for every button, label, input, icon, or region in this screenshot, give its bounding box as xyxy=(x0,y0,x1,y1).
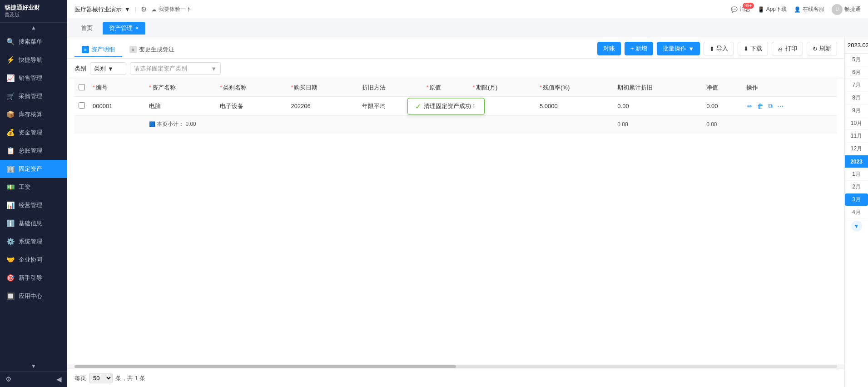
batch-ops-button[interactable]: 批量操作 ▼ xyxy=(657,42,700,55)
appcenter-icon: 🔲 xyxy=(6,292,15,300)
cell-actions: ✏ 🗑 ⧉ ⋯ xyxy=(743,97,837,116)
month-1[interactable]: 1月 xyxy=(845,168,868,181)
month-4[interactable]: 4月 xyxy=(845,206,868,219)
sidebar-item-operations[interactable]: 📊 经营管理 xyxy=(0,196,67,214)
scrollbar-thumb[interactable] xyxy=(74,365,456,368)
per-page-select[interactable]: 50 100 200 xyxy=(89,373,113,383)
sidebar-item-search[interactable]: 🔍 搜索菜单 xyxy=(0,33,67,51)
copy-icon[interactable]: ⧉ xyxy=(767,101,774,111)
cell-original-value: ✓ 清理固定资产成功！ xyxy=(422,97,469,116)
new-button[interactable]: + 新增 xyxy=(625,42,653,55)
select-all-checkbox[interactable] xyxy=(79,84,85,90)
reconcile-button[interactable]: 对账 xyxy=(597,42,621,55)
system-icon: ⚙️ xyxy=(6,238,15,246)
sub-tab-asset-detail[interactable]: ≡ 资产明细 xyxy=(74,43,122,57)
sidebar-item-capital[interactable]: 💰 资金管理 xyxy=(0,124,67,142)
sidebar-item-label: 总账管理 xyxy=(19,147,42,155)
tab-home[interactable]: 首页 xyxy=(74,22,99,35)
check-icon: ✓ xyxy=(415,102,421,110)
enterprise-icon: 🤝 xyxy=(6,256,15,264)
category-value-select[interactable]: 请选择固定资产类别 ▼ xyxy=(130,62,221,75)
experience-btn[interactable]: ☁ 我要体验一下 xyxy=(151,5,191,13)
month-3-current[interactable]: 3月 xyxy=(845,194,868,206)
avatar: U xyxy=(832,4,843,15)
more-icon[interactable]: ⋯ xyxy=(776,102,784,111)
main-wrap: 医疗器械行业演示 ▼ | ⚙ ☁ 我要体验一下 💬 消息 99+ 📱 App下载… xyxy=(67,0,868,387)
tab-asset-management[interactable]: 资产管理 × xyxy=(103,22,145,35)
month-10[interactable]: 10月 xyxy=(845,117,868,130)
message-btn[interactable]: 💬 消息 99+ xyxy=(731,5,750,13)
right-panel-months: 5月 6月 7月 8月 9月 10月 11月 12月 2023 1月 2月 3月… xyxy=(845,54,868,233)
sidebar-scroll-up[interactable]: ▲ xyxy=(0,23,67,33)
user-menu-btn[interactable]: U 畅捷通 xyxy=(832,4,861,15)
month-7[interactable]: 7月 xyxy=(845,79,868,92)
inventory-icon: 📦 xyxy=(6,110,15,119)
col-purchase-date: *购买日期 xyxy=(287,79,358,97)
month-8[interactable]: 8月 xyxy=(845,92,868,104)
category-type-select[interactable]: 类别 ▼ xyxy=(90,62,126,75)
month-12[interactable]: 12月 xyxy=(845,143,868,155)
sidebar-item-fixedasset[interactable]: 🏢 固定资产 xyxy=(0,160,67,178)
app-download-btn[interactable]: 📱 App下载 xyxy=(758,5,787,13)
subtotal-row: 🟦 本页小计： 0.00 0.00 0.00 xyxy=(74,116,837,133)
company-settings-icon[interactable]: ⚙ xyxy=(141,5,147,14)
sidebar-item-purchase[interactable]: 🛒 采购管理 xyxy=(0,87,67,105)
salary-icon: 💵 xyxy=(6,183,15,191)
horizontal-scrollbar[interactable] xyxy=(67,364,844,369)
import-button[interactable]: ⬆ 导入 xyxy=(704,42,734,55)
app-subtitle: 普及版 xyxy=(5,11,40,18)
sidebar-item-salary[interactable]: 💵 工资 xyxy=(0,178,67,196)
sidebar-item-basicinfo[interactable]: ℹ️ 基础信息 xyxy=(0,214,67,233)
refresh-button[interactable]: ↻ 刷新 xyxy=(807,42,837,55)
sidebar-item-enterprise[interactable]: 🤝 企业协同 xyxy=(0,251,67,269)
app-title: 畅捷通好业财 xyxy=(5,4,40,12)
scrollbar-track xyxy=(74,365,837,368)
capital-icon: 💰 xyxy=(6,129,15,137)
table-row: 000001 电脑 电子设备 202206 年限平均 ✓ 清理固定资产成 xyxy=(74,97,837,116)
settings-icon[interactable]: ⚙ xyxy=(5,375,11,383)
sidebar-item-label: 新手引导 xyxy=(19,274,42,282)
online-service-btn[interactable]: 👤 在线客服 xyxy=(794,5,824,13)
row-checkbox-cell xyxy=(74,97,89,116)
download-button[interactable]: ⬇ 下载 xyxy=(738,42,768,55)
sidebar-item-label: 固定资产 xyxy=(19,165,42,173)
chevron-down-icon: ▼ xyxy=(108,65,114,72)
month-9[interactable]: 9月 xyxy=(845,104,868,117)
subtotal-label: 本页小计： xyxy=(157,121,184,127)
quicknav-icon: ⚡ xyxy=(6,56,15,64)
month-6[interactable]: 6月 xyxy=(845,66,868,79)
edit-icon[interactable]: ✏ xyxy=(746,102,754,111)
sub-tabs: ≡ 资产明细 ≡ 变更生成凭证 对账 + 新增 批量操作 ▼ ⬆ xyxy=(67,37,844,59)
sidebar-item-sales[interactable]: 📈 销售管理 xyxy=(0,69,67,87)
month-5[interactable]: 5月 xyxy=(845,54,868,66)
sidebar-scroll-down[interactable]: ▼ xyxy=(0,361,67,371)
per-page-label: 每页 xyxy=(74,374,86,382)
cell-name: 电脑 xyxy=(145,97,216,116)
month-2[interactable]: 2月 xyxy=(845,181,868,194)
col-depreciation: 折旧方法 xyxy=(358,79,423,97)
sidebar-item-quicknav[interactable]: ⚡ 快捷导航 xyxy=(0,51,67,69)
cell-category: 电子设备 xyxy=(216,97,287,116)
row-checkbox[interactable] xyxy=(79,102,85,109)
sidebar-item-label: 采购管理 xyxy=(19,92,42,100)
company-selector[interactable]: 医疗器械行业演示 ▼ xyxy=(74,5,130,14)
cell-residual-rate: 5.0000 xyxy=(536,97,614,116)
sidebar-item-ledger[interactable]: 📋 总账管理 xyxy=(0,142,67,160)
sidebar-item-inventory[interactable]: 📦 库存核算 xyxy=(0,105,67,124)
sidebar-item-system[interactable]: ⚙️ 系统管理 xyxy=(0,233,67,251)
download-label: 下载 xyxy=(750,45,762,53)
sub-tab-change-voucher[interactable]: ≡ 变更生成凭证 xyxy=(122,43,182,57)
delete-icon[interactable]: 🗑 xyxy=(756,102,764,111)
category-label: 类别 xyxy=(74,64,86,73)
month-11[interactable]: 11月 xyxy=(845,130,868,143)
sidebar-item-guide[interactable]: 🎯 新手引导 xyxy=(0,269,67,287)
sidebar-item-appcenter[interactable]: 🔲 应用中心 xyxy=(0,287,67,305)
chevron-down-icon: ▼ xyxy=(124,6,130,13)
print-button[interactable]: 🖨 打印 xyxy=(772,42,803,55)
collapse-icon[interactable]: ◀ xyxy=(56,375,62,383)
close-tab-icon[interactable]: × xyxy=(135,25,139,31)
sidebar-item-label: 快捷导航 xyxy=(19,56,42,64)
month-down-arrow[interactable]: ▼ xyxy=(851,221,862,232)
col-code: *编号 xyxy=(89,79,145,97)
sidebar-nav: 🔍 搜索菜单 ⚡ 快捷导航 📈 销售管理 🛒 采购管理 📦 库存核算 💰 资金管… xyxy=(0,33,67,361)
